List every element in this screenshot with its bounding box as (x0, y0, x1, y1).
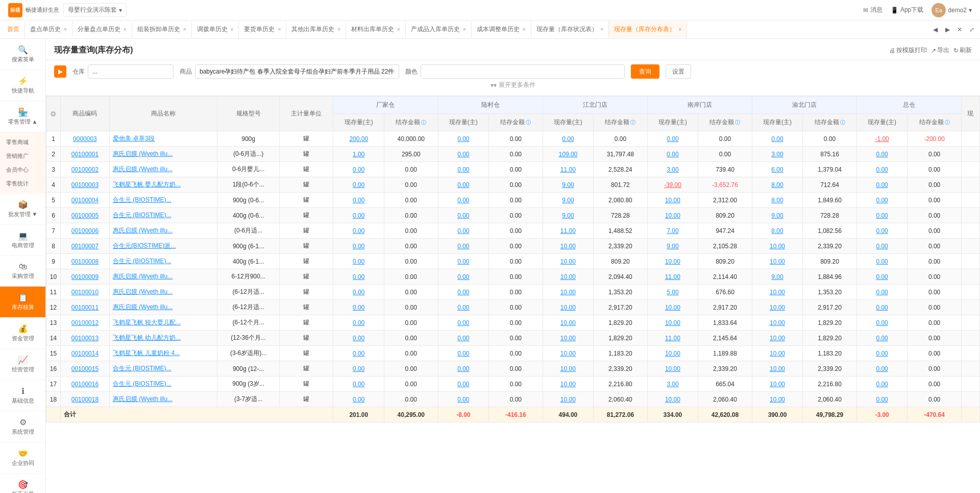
sidebar-item-finance[interactable]: 💰 资金管理 (0, 318, 45, 349)
filter-toggle-btn[interactable]: ▶ (54, 65, 66, 78)
row-lu-qty[interactable]: 0.00 (438, 315, 489, 331)
row-total-qty[interactable]: 0.00 (856, 239, 908, 254)
row-jb-qty[interactable]: 10.00 (543, 377, 594, 392)
tab-transfer-history[interactable]: 调拨单历史 × (192, 21, 239, 38)
row-na-qty[interactable]: 11.00 (647, 269, 698, 285)
row-jb-qty[interactable]: 11.00 (543, 162, 594, 177)
row-lu-qty[interactable]: 0.00 (438, 162, 489, 177)
row-total-qty[interactable]: 0.00 (856, 377, 908, 392)
row-lu-qty[interactable]: 0.00 (438, 392, 489, 407)
row-code[interactable]: 00100008 (61, 254, 110, 269)
row-fac-qty[interactable]: 0.00 (333, 193, 384, 208)
row-code[interactable]: 00100013 (61, 331, 110, 346)
app-download-btn[interactable]: 📱 App下载 (891, 6, 923, 14)
row-total-qty[interactable]: 0.00 (856, 346, 908, 361)
row-fac-qty[interactable]: 0.00 (333, 315, 384, 331)
row-lu-qty[interactable]: 0.00 (438, 269, 489, 285)
row-code[interactable]: 0000003 (61, 131, 110, 147)
sidebar-item-cooperation[interactable]: 🤝 企业协同 (0, 442, 45, 474)
row-yb-qty[interactable]: 10.00 (752, 377, 803, 392)
row-lu-qty[interactable]: 0.00 (438, 147, 489, 162)
row-lu-qty[interactable]: 0.00 (438, 346, 489, 361)
row-code[interactable]: 00100009 (61, 269, 110, 285)
tab-product-in-history[interactable]: 产成品入库单历史 × (406, 21, 472, 38)
row-fac-qty[interactable]: 1.00 (333, 147, 384, 162)
row-jb-qty[interactable]: 10.00 (543, 300, 594, 315)
row-jb-qty[interactable]: 10.00 (543, 392, 594, 407)
sidebar-item-inventory[interactable]: 📋 库存核算 (0, 287, 45, 318)
tab-stock-status[interactable]: 现存量（库存状况表）× (531, 21, 609, 38)
row-yb-qty[interactable]: 10.00 (752, 346, 803, 361)
row-jb-qty[interactable]: 10.00 (543, 346, 594, 361)
row-name[interactable]: 飞鹤星飞帆 较大婴儿配... (109, 315, 217, 331)
sidebar-item-operations[interactable]: 📈 经营管理 (0, 349, 45, 380)
tab-inventory-history[interactable]: 盘点单历史 × (25, 21, 72, 38)
row-name[interactable]: 飞鹤星飞帆 儿童奶粉 4... (109, 346, 217, 361)
row-fac-qty[interactable]: 0.00 (333, 162, 384, 177)
nav-expand[interactable]: ⤢ (966, 21, 978, 38)
row-na-qty[interactable]: 7.00 (647, 223, 698, 239)
goods-input[interactable] (195, 64, 399, 79)
row-na-qty[interactable]: -39.00 (647, 177, 698, 193)
row-total-qty[interactable]: 0.00 (856, 223, 908, 239)
row-na-qty[interactable]: 10.00 (647, 254, 698, 269)
row-name[interactable]: 惠氏启膜 (Wyeth illu... (109, 162, 217, 177)
row-fac-qty[interactable]: 0.00 (333, 254, 384, 269)
row-total-qty[interactable]: 0.00 (856, 147, 908, 162)
row-lu-qty[interactable]: 0.00 (438, 331, 489, 346)
close-icon[interactable]: × (124, 27, 127, 32)
row-fac-qty[interactable]: 0.00 (333, 239, 384, 254)
row-na-qty[interactable]: 9.00 (647, 239, 698, 254)
row-yb-qty[interactable]: 10.00 (752, 331, 803, 346)
sidebar-item-nav[interactable]: ⚡ 快捷导航 (0, 70, 45, 101)
row-fac-qty[interactable]: 0.00 (333, 223, 384, 239)
row-lu-qty[interactable]: 0.00 (438, 239, 489, 254)
sidebar-item-basic-info[interactable]: ℹ 基础信息 (0, 380, 45, 411)
row-total-qty[interactable]: -1.00 (856, 131, 908, 147)
row-jb-qty[interactable]: 10.00 (543, 269, 594, 285)
close-icon[interactable]: × (64, 27, 67, 32)
tab-other-out-history[interactable]: 其他出库单历史 × (286, 21, 346, 38)
row-na-qty[interactable]: 0.00 (647, 147, 698, 162)
row-na-qty[interactable]: 10.00 (647, 193, 698, 208)
user-menu[interactable]: Ea demo2 ▾ (932, 3, 972, 17)
row-na-qty[interactable]: 10.00 (647, 208, 698, 223)
row-code[interactable]: 00100016 (61, 377, 110, 392)
row-yb-qty[interactable]: 8.00 (752, 193, 803, 208)
row-name[interactable]: 惠氏启膜 (Wyeth illu... (109, 269, 217, 285)
row-total-qty[interactable]: 0.00 (856, 208, 908, 223)
row-name[interactable]: 惠氏启膜 (Wyeth illu... (109, 285, 217, 300)
row-fac-qty[interactable]: 0.00 (333, 177, 384, 193)
row-jb-qty[interactable]: 10.00 (543, 254, 594, 269)
tab-assemble-history[interactable]: 组装拆卸单历史 × (132, 21, 192, 38)
row-total-qty[interactable]: 0.00 (856, 285, 908, 300)
row-code[interactable]: 00100005 (61, 208, 110, 223)
row-total-qty[interactable]: 0.00 (856, 254, 908, 269)
row-yb-qty[interactable]: 10.00 (752, 392, 803, 407)
row-name[interactable]: 飞鹤星飞帆 幼儿配方奶... (109, 331, 217, 346)
row-lu-qty[interactable]: 0.00 (438, 254, 489, 269)
row-total-qty[interactable]: 0.00 (856, 193, 908, 208)
row-na-qty[interactable]: 10.00 (647, 315, 698, 331)
row-name[interactable]: 合生元 (BIOSTIME)... (109, 208, 217, 223)
row-jb-qty[interactable]: 10.00 (543, 315, 594, 331)
row-fac-qty[interactable]: 0.00 (333, 300, 384, 315)
close-icon[interactable]: × (183, 27, 186, 32)
row-code[interactable]: 00100003 (61, 177, 110, 193)
tab-cost-adjust-history[interactable]: 成本调整单历史 × (472, 21, 531, 38)
row-lu-qty[interactable]: 0.00 (438, 131, 489, 147)
row-yb-qty[interactable]: 10.00 (752, 285, 803, 300)
row-yb-qty[interactable]: 3.00 (752, 147, 803, 162)
row-yb-qty[interactable]: 0.00 (752, 131, 803, 147)
close-icon[interactable]: × (601, 27, 604, 32)
row-name[interactable]: 惠氏启膜 (Wyeth illu... (109, 223, 217, 239)
row-name[interactable]: 惠氏启膜 (Wyeth illu... (109, 300, 217, 315)
color-input[interactable] (421, 64, 625, 79)
row-yb-qty[interactable]: 8.00 (752, 223, 803, 239)
row-jb-qty[interactable]: 9.00 (543, 193, 594, 208)
row-name[interactable]: 飞鹤星飞帆 婴儿配方奶... (109, 177, 217, 193)
row-jb-qty[interactable]: 10.00 (543, 361, 594, 377)
industry-selector[interactable]: 母婴行业演示陈套 ▾ (63, 3, 127, 17)
row-jb-qty[interactable]: 11.00 (543, 223, 594, 239)
row-na-qty[interactable]: 5.00 (647, 285, 698, 300)
